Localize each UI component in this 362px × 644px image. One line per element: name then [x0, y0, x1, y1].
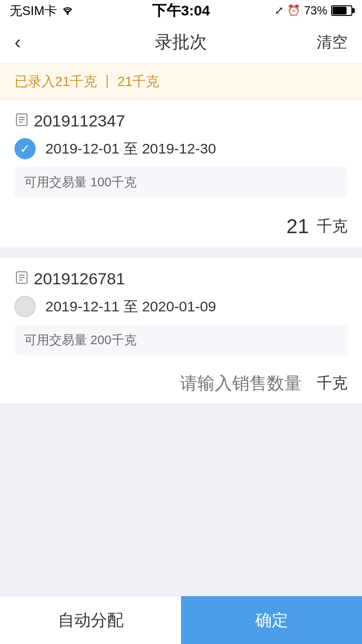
qty-input-row-2[interactable]: 千克 [0, 365, 362, 404]
carrier-label: 无SIM卡 [10, 2, 57, 19]
banner-divider [107, 75, 108, 88]
bottom-buttons: 自动分配 确定 [0, 596, 362, 644]
alarm-icon: ⏰ [287, 4, 300, 17]
batch-row-2: 2019-12-11 至 2020-01-09 [14, 296, 348, 317]
section-separator [0, 248, 362, 258]
confirm-button[interactable]: 确定 [181, 596, 362, 644]
clear-button[interactable]: 清空 [317, 32, 348, 53]
qty-input-2[interactable] [164, 373, 309, 393]
info-banner: 已录入21千克 21千克 [0, 64, 362, 100]
nav-bar: ‹ 录批次 清空 [0, 21, 362, 64]
radio-1[interactable]: ✓ [14, 138, 36, 159]
auto-distribute-button[interactable]: 自动分配 [0, 596, 181, 644]
batch-id-1: 2019112347 [34, 112, 125, 130]
date-range-1: 2019-12-01 至 2019-12-30 [45, 139, 216, 159]
qty-input-row-1: 21 千克 [0, 207, 362, 248]
qty-unit-2: 千克 [317, 373, 348, 394]
back-button[interactable]: ‹ [14, 31, 21, 53]
page-title: 录批次 [155, 30, 207, 54]
available-qty-2: 可用交易量 200千克 [14, 325, 348, 355]
batch-id-icon-2 [14, 270, 29, 288]
location-icon: ⤢ [275, 4, 283, 17]
status-bar: 无SIM卡 下午3:04 ⤢ ⏰ 73% [0, 0, 362, 21]
status-bar-left: 无SIM卡 [10, 2, 74, 19]
batch-id-icon-1 [14, 112, 29, 130]
available-qty-1: 可用交易量 100千克 [14, 167, 348, 197]
total-qty: 21千克 [117, 72, 159, 91]
battery-icon [331, 5, 352, 16]
recorded-qty: 已录入21千克 [14, 72, 97, 91]
radio-2[interactable] [14, 296, 36, 317]
battery-percentage: 73% [304, 4, 327, 17]
date-range-2: 2019-12-11 至 2020-01-09 [45, 297, 216, 317]
qty-value-1: 21 [286, 215, 309, 238]
status-bar-right: ⤢ ⏰ 73% [275, 4, 352, 17]
status-bar-time: 下午3:04 [152, 1, 210, 21]
batch-row-1: ✓ 2019-12-01 至 2019-12-30 [14, 138, 348, 159]
check-icon-1: ✓ [20, 141, 30, 156]
svg-point-0 [67, 13, 69, 15]
batch-id-2: 2019126781 [34, 269, 125, 288]
batch-item-1: 2019112347 ✓ 2019-12-01 至 2019-12-30 可用交… [0, 100, 362, 248]
qty-unit-1: 千克 [317, 216, 348, 237]
wifi-icon [61, 3, 74, 18]
batch-item-2: 2019126781 2019-12-11 至 2020-01-09 可用交易量… [0, 258, 362, 404]
